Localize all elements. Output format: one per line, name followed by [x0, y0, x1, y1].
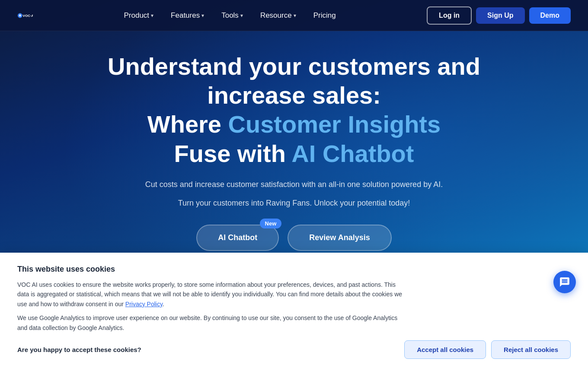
nav-item-pricing[interactable]: Pricing	[307, 8, 343, 23]
hero-title-line2-highlight: Customer Insights	[228, 111, 441, 138]
new-badge: New	[260, 219, 282, 228]
logo-link[interactable]: VOC·AI	[17, 8, 33, 23]
hero-cta-row: New AI Chatbot Review Analysis	[97, 225, 491, 251]
cookie-banner: This website uses cookies VOC AI uses co…	[0, 253, 588, 371]
cookie-body-text: VOC AI uses cookies to ensure the websit…	[17, 281, 402, 308]
login-button[interactable]: Log in	[427, 6, 472, 25]
review-analysis-button[interactable]: Review Analysis	[288, 225, 391, 251]
nav-link-features[interactable]: Features ▾	[164, 8, 211, 23]
chat-bubble-button[interactable]	[553, 271, 576, 293]
hero-subtitle-1: Cut costs and increase customer satisfac…	[97, 178, 491, 191]
hero-title-line3-plain: Fuse with	[174, 140, 292, 167]
nav-label-product: Product	[124, 11, 150, 20]
navbar: VOC·AI Product ▾ Features ▾ Tools ▾ Reso…	[0, 0, 588, 31]
nav-label-features: Features	[171, 11, 200, 20]
voc-ai-logo-icon: VOC·AI	[17, 8, 33, 23]
nav-link-product[interactable]: Product ▾	[117, 8, 161, 23]
nav-label-resource: Resource	[260, 11, 292, 20]
chevron-down-icon: ▾	[151, 13, 153, 19]
chevron-down-icon: ▾	[201, 13, 204, 19]
nav-label-pricing: Pricing	[313, 11, 336, 20]
privacy-policy-link[interactable]: Privacy Policy	[125, 301, 163, 308]
cookie-banner-title: This website uses cookies	[17, 265, 571, 274]
cookie-question: Are you happy to accept these cookies?	[17, 346, 141, 353]
cookie-question-row: Are you happy to accept these cookies? A…	[17, 340, 571, 359]
cookie-analytics-text: We use Google Analytics to improve user …	[17, 313, 406, 333]
nav-item-tools[interactable]: Tools ▾	[214, 8, 250, 23]
hero-title-line1: Understand your customers and increase s…	[108, 53, 480, 109]
cookie-banner-body: VOC AI uses cookies to ensure the websit…	[17, 280, 406, 309]
hero-subtitle-2: Turn your customers into Raving Fans. Un…	[97, 197, 491, 209]
nav-label-tools: Tools	[221, 11, 239, 20]
chevron-down-icon: ▾	[240, 13, 243, 19]
nav-item-product[interactable]: Product ▾	[117, 8, 161, 23]
ai-chatbot-label: AI Chatbot	[218, 233, 257, 242]
nav-actions: Log in Sign Up Demo	[427, 6, 571, 25]
cookie-buttons: Accept all cookies Reject all cookies	[404, 340, 571, 359]
nav-link-pricing[interactable]: Pricing	[307, 8, 343, 23]
accept-cookies-button[interactable]: Accept all cookies	[404, 340, 486, 359]
hero-title: Understand your customers and increase s…	[97, 52, 491, 168]
privacy-policy-suffix: .	[163, 301, 164, 308]
nav-links: Product ▾ Features ▾ Tools ▾ Resource ▾	[117, 8, 343, 23]
ai-chatbot-button[interactable]: New AI Chatbot	[196, 225, 279, 251]
hero-content: Understand your customers and increase s…	[86, 52, 502, 268]
chat-icon	[559, 276, 570, 288]
hero-title-line3-highlight: AI Chatbot	[291, 140, 414, 167]
demo-button[interactable]: Demo	[529, 7, 571, 24]
reject-cookies-button[interactable]: Reject all cookies	[491, 340, 571, 359]
nav-item-features[interactable]: Features ▾	[164, 8, 211, 23]
nav-link-tools[interactable]: Tools ▾	[214, 8, 250, 23]
hero-title-line2-plain: Where	[147, 111, 228, 138]
svg-text:VOC·AI: VOC·AI	[23, 13, 33, 17]
nav-link-resource[interactable]: Resource ▾	[253, 8, 303, 23]
chevron-down-icon: ▾	[294, 13, 296, 19]
nav-item-resource[interactable]: Resource ▾	[253, 8, 303, 23]
signup-button[interactable]: Sign Up	[476, 7, 524, 24]
